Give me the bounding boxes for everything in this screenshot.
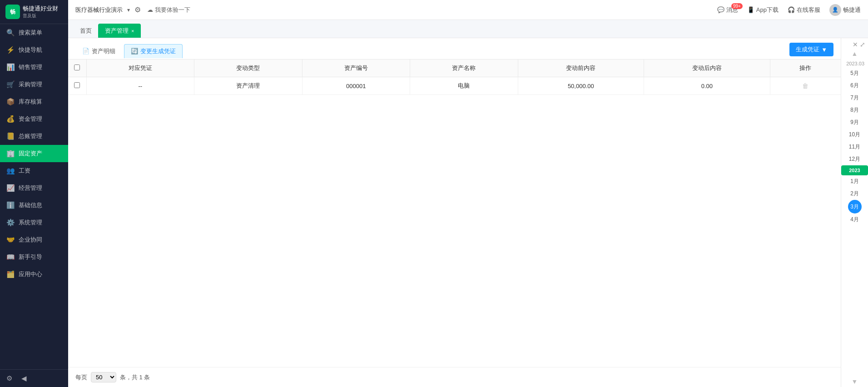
sidebar-item-enterprise[interactable]: 🤝企业协同 (0, 231, 68, 248)
sidebar-item-fund[interactable]: 💰资金管理 (0, 110, 68, 128)
select-all-checkbox[interactable] (74, 64, 80, 70)
tab-asset-management[interactable]: 资产管理 × (98, 24, 141, 38)
generate-dropdown-arrow: ▼ (821, 46, 827, 53)
panel-close-icon[interactable]: ✕ (853, 41, 858, 48)
generate-voucher-button[interactable]: 生成凭证 ▼ (789, 43, 833, 56)
tab-home[interactable]: 首页 (75, 24, 96, 38)
logo-icon: 畅 (5, 5, 20, 19)
try-experience[interactable]: ☁ 我要体验一下 (147, 6, 190, 14)
panel-expand-icon[interactable]: ⤢ (860, 41, 865, 48)
month-item-6月[interactable]: 6月 (841, 79, 868, 92)
delete-icon[interactable]: 🗑 (802, 82, 808, 89)
table-header-对应凭证: 对应凭证 (86, 60, 194, 77)
fund-nav-label: 资金管理 (19, 115, 42, 123)
sidebar-item-payroll[interactable]: 👥工资 (0, 162, 68, 179)
enterprise-nav-icon: 🤝 (6, 236, 15, 244)
inventory-nav-icon: 📦 (6, 98, 15, 106)
sidebar-item-inventory[interactable]: 📦库存核算 (0, 93, 68, 110)
top-header: 医疗器械行业演示 ▾ ⚙ ☁ 我要体验一下 💬 消息 99+ 📱 App下载 🎧… (68, 0, 868, 20)
sidebar-item-search[interactable]: 🔍搜索菜单 (0, 24, 68, 41)
user-avatar: 👤 (829, 4, 841, 16)
sidebar-item-basic-info[interactable]: ℹ️基础信息 (0, 197, 68, 214)
generate-voucher-label: 生成凭证 (796, 45, 819, 54)
sidebar-item-sales[interactable]: 📊销售管理 (0, 59, 68, 76)
online-service-label: 在线客服 (797, 6, 820, 14)
sidebar-item-app-center[interactable]: 🗂️应用中心 (0, 266, 68, 283)
settings-icon[interactable]: ⚙ (6, 374, 12, 382)
month-item-8月[interactable]: 8月 (841, 104, 868, 116)
table-header-checkbox (68, 60, 86, 77)
sidebar-bottom: ⚙ ◀ (0, 369, 68, 387)
table-header-资产名称: 资产名称 (410, 60, 518, 77)
try-text: 我要体验一下 (155, 6, 190, 14)
app-download-button[interactable]: 📱 App下载 (747, 6, 779, 14)
row-voucher: -- (86, 77, 194, 95)
cloud-icon: ☁ (147, 6, 153, 13)
content-inner: 📄 资产明细 🔄 变更生成凭证 生成凭证 ▼ (68, 38, 841, 387)
logo-subtitle: 普及版 (23, 13, 58, 19)
table-wrapper: 对应凭证变动类型资产编号资产名称变动前内容变动后内容操作 -- 资产清理 000… (68, 60, 841, 367)
ledger-nav-label: 总账管理 (19, 132, 42, 140)
sales-nav-icon: 📊 (6, 63, 15, 71)
collapse-icon[interactable]: ◀ (21, 374, 27, 382)
online-service-button[interactable]: 🎧 在线客服 (788, 6, 820, 14)
basic-info-nav-icon: ℹ️ (6, 201, 15, 209)
table-header-变动前内容: 变动前内容 (518, 60, 644, 77)
fixed-assets-nav-icon: 🏢 (6, 149, 15, 158)
sidebar-item-fixed-assets[interactable]: 🏢固定资产 (0, 145, 68, 162)
row-change-type: 资产清理 (194, 77, 303, 95)
panel-header: ✕ ⤢ (841, 38, 868, 48)
table-header-变动类型: 变动类型 (194, 60, 303, 77)
company-dropdown-icon[interactable]: ▾ (127, 7, 130, 13)
sidebar-item-purchase[interactable]: 🛒采购管理 (0, 76, 68, 93)
month-item-2023-2月[interactable]: 2月 (841, 188, 868, 200)
month-item-11月[interactable]: 11月 (841, 141, 868, 153)
header-right: 💬 消息 99+ 📱 App下载 🎧 在线客服 👤 畅捷通 (717, 4, 861, 16)
asset-detail-label: 资产明细 (92, 47, 115, 55)
settings-gear-icon[interactable]: ⚙ (134, 5, 141, 14)
month-item-7月[interactable]: 7月 (841, 92, 868, 104)
user-name: 畅捷通 (843, 6, 861, 14)
row-checkbox[interactable] (74, 82, 80, 88)
sidebar-item-ledger[interactable]: 📒总账管理 (0, 128, 68, 145)
month-item-10月[interactable]: 10月 (841, 129, 868, 141)
purchase-nav-icon: 🛒 (6, 80, 15, 89)
logo-title: 畅捷通好业财 (23, 5, 58, 13)
sidebar-item-system[interactable]: ⚙️系统管理 (0, 214, 68, 231)
user-menu[interactable]: 👤 畅捷通 (829, 4, 861, 16)
scroll-up-arrow[interactable]: ▲ (841, 48, 868, 59)
tab-asset-label: 资产管理 (105, 27, 129, 35)
sidebar-item-quick-nav[interactable]: ⚡快捷导航 (0, 41, 68, 59)
subtab-asset-detail[interactable]: 📄 资产明细 (75, 44, 122, 58)
month-item-12月[interactable]: 12月 (841, 153, 868, 165)
enterprise-nav-label: 企业协同 (19, 236, 42, 244)
table-header-变动后内容: 变动后内容 (644, 60, 770, 77)
sidebar: 畅 畅捷通好业财 普及版 🔍搜索菜单⚡快捷导航📊销售管理🛒采购管理📦库存核算💰资… (0, 0, 68, 387)
month-item-5月[interactable]: 5月 (841, 67, 868, 79)
inventory-nav-label: 库存核算 (19, 98, 42, 106)
message-button[interactable]: 💬 消息 99+ (717, 6, 738, 14)
subtab-change-voucher[interactable]: 🔄 变更生成凭证 (124, 44, 183, 58)
row-checkbox-cell (68, 77, 86, 95)
tab-close-icon[interactable]: × (131, 28, 134, 34)
main-area: 医疗器械行业演示 ▾ ⚙ ☁ 我要体验一下 💬 消息 99+ 📱 App下载 🎧… (68, 0, 868, 387)
row-after: 0.00 (644, 77, 770, 95)
sidebar-item-business[interactable]: 📈经营管理 (0, 179, 68, 197)
app-download-label: App下载 (756, 6, 779, 14)
app-center-nav-icon: 🗂️ (6, 270, 15, 278)
fund-nav-icon: 💰 (6, 115, 15, 123)
month-item-2023-1月[interactable]: 1月 (841, 175, 868, 188)
sidebar-item-guide[interactable]: 📖新手引导 (0, 248, 68, 266)
per-page-select[interactable]: 102050100 (91, 372, 116, 382)
change-voucher-label: 变更生成凭证 (140, 47, 176, 55)
business-nav-label: 经营管理 (19, 184, 42, 192)
month-item-2023-4月[interactable]: 4月 (841, 213, 868, 226)
month-item-9月[interactable]: 9月 (841, 116, 868, 129)
business-nav-icon: 📈 (6, 184, 15, 192)
month-item-2023-3月[interactable]: 3月 (848, 200, 862, 213)
basic-info-nav-label: 基础信息 (19, 201, 42, 209)
ledger-nav-icon: 📒 (6, 132, 15, 140)
scroll-down-arrow[interactable]: ▼ (841, 376, 868, 387)
phone-icon: 📱 (747, 6, 754, 13)
message-icon: 💬 (717, 6, 724, 13)
